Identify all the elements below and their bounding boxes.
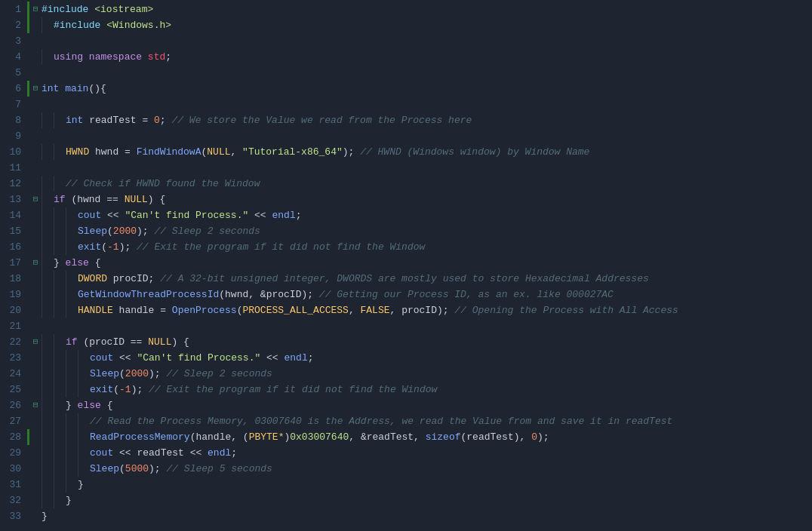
token-fn: OpenProcess: [172, 305, 237, 316]
code-text: cout << "Can't find Process." << endl;: [78, 207, 812, 223]
token-plain: <<: [101, 210, 125, 221]
token-plain: (: [113, 384, 119, 395]
token-cm: // Exit the program if it did not find t…: [149, 384, 437, 395]
indent-guide: [66, 271, 78, 287]
line-number: 19: [6, 287, 21, 302]
indent-guide: [42, 429, 54, 445]
token-plain: ;: [165, 51, 171, 63]
token-cm: // Sleep 2 seconds: [154, 226, 260, 237]
line-number: 33: [6, 508, 21, 524]
token-fn: endl: [272, 210, 295, 221]
token-plain: <<: [113, 352, 137, 364]
token-fn: exit: [90, 384, 113, 395]
token-str: "Tutorial-x86_64": [242, 146, 343, 158]
token-plain: [142, 51, 148, 63]
token-plain: procID;: [107, 273, 160, 284]
indent-guide: [42, 302, 54, 318]
token-plain: ) {: [171, 336, 189, 348]
line-number: 21: [6, 318, 21, 334]
code-text: [42, 65, 812, 81]
code-line: cout << "Can't find Process." << endl;: [27, 350, 812, 366]
indent-guide: [42, 445, 54, 461]
indent-guide: [42, 493, 54, 508]
indent-guide: [66, 413, 78, 429]
line-number: 24: [6, 366, 21, 382]
indent-guide: [42, 176, 54, 192]
token-addr: 0x03007640: [290, 431, 349, 443]
token-fn: exit: [78, 241, 101, 253]
token-str: "Can't find Process.": [137, 352, 260, 364]
code-text: GetWindowThreadProcessId(hwnd, &procID);…: [78, 287, 812, 302]
line-number: 4: [6, 49, 21, 65]
token-plain: (: [119, 368, 125, 379]
indent-guide: [66, 350, 78, 366]
token-pp: #include: [42, 4, 88, 15]
token-plain: , &readTest,: [349, 431, 425, 443]
token-kw: if: [66, 336, 78, 348]
token-type: DWORD: [78, 273, 107, 284]
code-line: HWND hwnd = FindWindowA(NULL, "Tutorial-…: [27, 144, 812, 160]
line-number: 6: [6, 81, 21, 97]
code-text: [42, 160, 812, 176]
token-plain: (handle, (: [190, 431, 249, 443]
indent-guide: [42, 413, 54, 429]
indent-guide: [42, 271, 54, 287]
code-content[interactable]: ⊟#include <iostream>#include <Windows.h>…: [27, 0, 812, 531]
indent-guide: [42, 334, 54, 350]
token-kw: if: [54, 194, 66, 205]
code-line: GetWindowThreadProcessId(hwnd, &procID);…: [27, 287, 812, 302]
token-ns: std: [148, 51, 165, 63]
token-plain: );: [149, 463, 166, 474]
token-type: HWND: [66, 146, 89, 158]
code-text: Sleep(2000); // Sleep 2 seconds: [78, 223, 812, 239]
indent-guide: [42, 17, 54, 33]
code-line: }: [27, 508, 812, 524]
indent-guide: [42, 49, 54, 65]
code-text: }: [66, 493, 812, 508]
indent-guide: [42, 397, 54, 413]
indent-guide: [54, 493, 66, 508]
code-text: ReadProcessMemory(handle, (PBYTE*)0x0300…: [90, 429, 812, 445]
token-plain: ;: [296, 210, 302, 221]
indent-guide: [42, 223, 54, 239]
fold-icon[interactable]: ⊟: [29, 255, 42, 271]
code-text: [42, 318, 812, 334]
code-text: }: [78, 477, 812, 493]
indent-guide: [66, 445, 78, 461]
fold-icon[interactable]: ⊟: [29, 397, 42, 413]
line-number: 9: [6, 128, 21, 144]
code-text: cout << readTest << endl;: [90, 445, 812, 461]
indent-guide: [66, 366, 78, 382]
indent-guide: [54, 176, 66, 192]
token-cm: // HWND (Windows window) by Window Name: [360, 146, 589, 158]
code-text: // Check if HWND found the Window: [66, 176, 812, 192]
code-line: exit(-1); // Exit the program if it did …: [27, 239, 812, 255]
token-macro: NULL: [148, 336, 171, 348]
indent-guide: [54, 445, 66, 461]
token-fn: main: [65, 83, 88, 94]
token-plain: ) {: [148, 194, 165, 205]
fold-icon[interactable]: ⊟: [29, 2, 42, 17]
fold-icon[interactable]: ⊟: [29, 81, 42, 97]
line-number: 29: [6, 445, 21, 461]
code-text: int main(){: [42, 81, 812, 97]
code-line: ReadProcessMemory(handle, (PBYTE*)0x0300…: [27, 429, 812, 445]
token-cm: // A 32-bit unsigned integer, DWORDS are…: [160, 273, 649, 284]
indent-guide: [54, 397, 66, 413]
fold-icon[interactable]: ⊟: [29, 334, 42, 350]
code-line: }: [27, 493, 812, 508]
line-number: 25: [6, 382, 21, 397]
code-text: HWND hwnd = FindWindowA(NULL, "Tutorial-…: [66, 144, 812, 160]
fold-icon[interactable]: ⊟: [29, 192, 42, 207]
token-plain: << readTest <<: [113, 447, 208, 459]
indent-guide: [66, 429, 78, 445]
code-text: #include <Windows.h>: [54, 17, 812, 33]
code-line: Sleep(5000); // Sleep 5 seconds: [27, 461, 812, 477]
code-line: [27, 33, 812, 49]
indent-guide: [54, 207, 66, 223]
line-number: 27: [6, 413, 21, 429]
indent-guide: [66, 287, 78, 302]
token-plain: ,: [231, 146, 243, 158]
code-text: [42, 128, 812, 144]
token-cm: // Exit the program if it did not find t…: [137, 241, 425, 253]
